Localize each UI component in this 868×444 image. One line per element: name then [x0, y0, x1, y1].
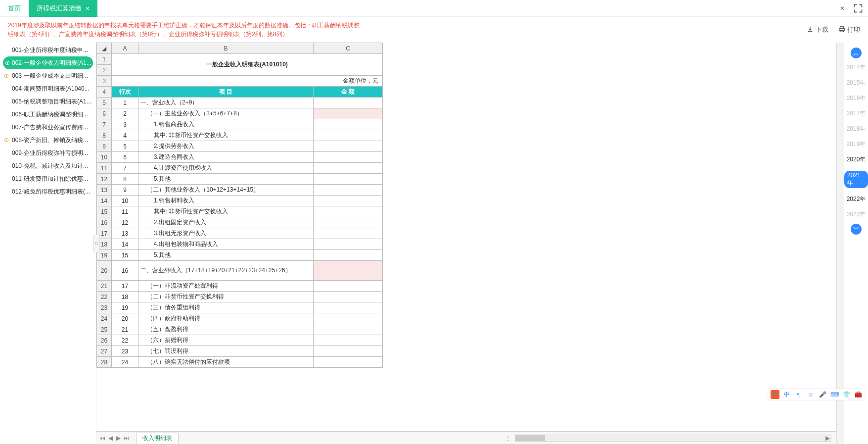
sidebar-item-10[interactable]: 011-研发费用加计扣除优惠... [0, 172, 96, 185]
cell-rowno[interactable]: 15 [112, 250, 138, 261]
cell-amount[interactable] [314, 302, 383, 313]
cell-amount[interactable] [314, 152, 383, 163]
cell-item[interactable]: （一）主营业务收入（3+5+6+7+8） [138, 108, 314, 119]
cell-item[interactable]: 3.建造合同收入 [138, 152, 314, 163]
ime-punct-icon[interactable]: •, [794, 390, 803, 399]
cell-rowno[interactable]: 5 [112, 141, 138, 152]
cell-amount[interactable] [314, 292, 383, 302]
cell-amount[interactable] [314, 141, 383, 152]
cell-amount[interactable] [314, 357, 383, 368]
sheet-body[interactable]: ◢ A B C 1一般企业收入明细表(A101010)23金额单位：元4行次项 … [96, 43, 836, 431]
cell-amount[interactable] [314, 119, 383, 130]
cell-amount[interactable] [314, 313, 383, 324]
sheet-split-icon[interactable]: ⋮ [505, 435, 511, 442]
ime-emoji-icon[interactable]: ☺ [806, 390, 815, 399]
row-header[interactable]: 4 [97, 87, 112, 98]
cell-amount[interactable] [314, 228, 383, 239]
download-button[interactable]: 下载 [807, 25, 828, 34]
cell-item[interactable]: 5.其他 [138, 174, 314, 185]
sidebar-collapse-handle[interactable]: ‹‹ [93, 235, 100, 252]
cell-rowno[interactable]: 8 [112, 174, 138, 185]
row-header[interactable]: 14 [97, 196, 112, 206]
col-header-C[interactable]: C [314, 43, 383, 54]
row-header[interactable]: 16 [97, 217, 112, 228]
row-header[interactable]: 27 [97, 346, 112, 357]
row-header[interactable]: 5 [97, 98, 112, 108]
cell-item[interactable]: （八）确实无法偿付的应付款项 [138, 357, 314, 368]
cell-amount[interactable] [314, 324, 383, 335]
cell-item[interactable]: 4.让渡资产使用权收入 [138, 163, 314, 174]
sidebar-item-9[interactable]: 010-免税、减计收入及加计... [0, 159, 96, 172]
sheet-nav-prev-icon[interactable]: ◀ [107, 435, 113, 442]
cell-amount[interactable] [314, 206, 383, 217]
cell-rowno[interactable]: 9 [112, 185, 138, 196]
year-item-2018年[interactable]: 2018年 [847, 125, 866, 133]
cell-amount[interactable] [314, 239, 383, 250]
year-item-2023年[interactable]: 2023年 [847, 210, 866, 219]
cell-rowno[interactable]: 3 [112, 119, 138, 130]
sidebar-item-3[interactable]: 004-期间费用明细表(A1040... [0, 82, 96, 95]
cell-rowno[interactable]: 11 [112, 206, 138, 217]
sidebar-item-2[interactable]: ⦿003-一般企业成本支出明细... [0, 69, 96, 82]
row-header[interactable]: 12 [97, 174, 112, 185]
cell-rowno[interactable]: 20 [112, 313, 138, 324]
close-panel-icon[interactable]: ✕ [837, 3, 847, 13]
cell-rowno[interactable]: 21 [112, 324, 138, 335]
cell-amount[interactable] [314, 281, 383, 292]
cell-amount[interactable] [314, 346, 383, 357]
row-header[interactable]: 26 [97, 335, 112, 346]
cell-item[interactable]: 2.出租固定资产收入 [138, 217, 314, 228]
cell-item[interactable]: 1.销售材料收入 [138, 196, 314, 206]
vertical-scrollbar[interactable] [836, 43, 844, 444]
sidebar-item-1[interactable]: ⦿002-一般企业收入明细表(A1... [3, 56, 93, 69]
cell-rowno[interactable]: 23 [112, 346, 138, 357]
sheet-nav-last-icon[interactable]: ⏭ [123, 435, 129, 442]
row-header[interactable]: 11 [97, 163, 112, 174]
cell-rowno[interactable]: 16 [112, 261, 138, 281]
col-header-B[interactable]: B [138, 43, 314, 54]
sheet-title-cell[interactable]: 一般企业收入明细表(A101010) [112, 54, 383, 76]
cell-item[interactable]: 其中: 非货币性资产交换收入 [138, 130, 314, 141]
fullscreen-icon[interactable] [853, 3, 863, 13]
sidebar-item-6[interactable]: 007-广告费和业务宣传费跨... [0, 121, 96, 134]
cell-item[interactable]: 2.提供劳务收入 [138, 141, 314, 152]
year-item-2019年[interactable]: 2019年 [847, 140, 866, 148]
cell-rowno[interactable]: 14 [112, 239, 138, 250]
cell-amount[interactable] [314, 108, 383, 119]
row-header[interactable]: 28 [97, 357, 112, 368]
row-header[interactable]: 22 [97, 292, 112, 302]
row-header[interactable]: 3 [97, 76, 112, 87]
cell-item[interactable]: （六）捐赠利得 [138, 335, 314, 346]
cell-rowno[interactable]: 10 [112, 196, 138, 206]
cell-amount[interactable] [314, 250, 383, 261]
print-button[interactable]: 打印 [838, 25, 860, 34]
ime-skin-icon[interactable]: 👕 [842, 390, 851, 399]
cell-amount[interactable] [314, 261, 383, 281]
cell-item[interactable]: （四）政府补助利得 [138, 313, 314, 324]
cell-item[interactable]: 二、营业外收入（17+18+19+20+21+22+23+24+25+26） [138, 261, 314, 281]
cell-item[interactable]: （五）盘盈利得 [138, 324, 314, 335]
sheet-nav-next-icon[interactable]: ▶ [115, 435, 121, 442]
year-item-2020年[interactable]: 2020年 [847, 155, 866, 164]
year-item-2014年[interactable]: 2014年 [847, 63, 866, 72]
header-amount[interactable]: 金 额 [314, 87, 383, 98]
row-header[interactable]: 7 [97, 119, 112, 130]
row-header[interactable]: 6 [97, 108, 112, 119]
sidebar-item-7[interactable]: ⦿008-资产折旧、摊销及纳税... [0, 134, 96, 147]
row-header[interactable]: 10 [97, 152, 112, 163]
cell-item[interactable]: 其中: 非货币性资产交换收入 [138, 206, 314, 217]
row-header[interactable]: 15 [97, 206, 112, 217]
cell-rowno[interactable]: 18 [112, 292, 138, 302]
row-header[interactable]: 23 [97, 302, 112, 313]
cell-rowno[interactable]: 6 [112, 152, 138, 163]
cell-rowno[interactable]: 7 [112, 163, 138, 174]
row-header[interactable]: 25 [97, 324, 112, 335]
year-item-2017年[interactable]: 2017年 [847, 109, 866, 118]
year-item-2016年[interactable]: 2016年 [847, 94, 866, 102]
year-item-2015年[interactable]: 2015年 [847, 79, 866, 87]
row-header[interactable]: 8 [97, 130, 112, 141]
row-header[interactable]: 2 [97, 65, 112, 76]
cell-item[interactable]: （三）债务重组利得 [138, 302, 314, 313]
cell-amount[interactable] [314, 130, 383, 141]
cell-item[interactable]: 3.出租无形资产收入 [138, 228, 314, 239]
